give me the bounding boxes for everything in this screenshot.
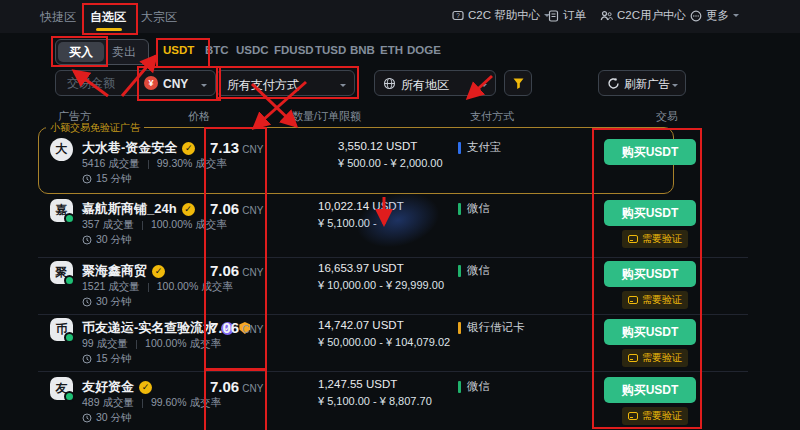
price: 7.06CNY	[210, 378, 263, 396]
buy-usdt-button[interactable]: 购买USDT	[604, 139, 696, 165]
available-quantity: 3,550.12 USDT	[338, 140, 417, 152]
col-header-price: 价格	[188, 109, 210, 124]
col-header-trade: 交易	[656, 109, 678, 124]
link-more[interactable]: 更多	[690, 8, 739, 23]
merchant-name[interactable]: 友好资金	[82, 378, 134, 396]
payment-method: 微信	[458, 201, 490, 216]
help-center-icon: ?	[452, 10, 464, 22]
orders-count: 1521 成交量	[82, 280, 140, 294]
tab-self-selection-zone[interactable]: 自选区	[90, 9, 126, 26]
avatar[interactable]: 大	[50, 138, 73, 161]
completion-rate: 100.00% 成交率	[151, 218, 227, 232]
coin-tab-usdt[interactable]: USDT	[163, 44, 194, 56]
orders-count: 357 成交量	[82, 218, 134, 232]
funnel-icon	[512, 77, 525, 90]
buy-usdt-button[interactable]: 购买USDT	[604, 200, 696, 226]
clock-icon	[82, 354, 92, 364]
amount-input[interactable]	[65, 75, 139, 91]
user-center-icon	[600, 10, 613, 22]
avatar[interactable]: 币	[50, 318, 73, 341]
clock-icon	[82, 174, 92, 184]
avatar[interactable]: 嘉	[50, 199, 73, 222]
chevron-down-icon	[340, 84, 346, 90]
buy-tab[interactable]: 买入	[58, 42, 104, 62]
available-quantity: 10,022.14 USDT	[318, 200, 404, 212]
completion-rate: 100.00% 成交率	[157, 280, 233, 294]
chevron-down-icon	[481, 84, 487, 90]
payment-method: 微信	[458, 263, 490, 278]
coin-tab-eth[interactable]: ETH	[380, 44, 403, 56]
verified-badge-icon	[152, 265, 165, 278]
promo-ad-tag: 小额交易免验证广告	[46, 121, 144, 135]
tab-block-zone[interactable]: 大宗区	[141, 9, 177, 26]
link-c2c-user-center[interactable]: C2C用户中心	[600, 8, 686, 23]
id-card-icon	[628, 296, 638, 304]
buy-usdt-button[interactable]: 购买USDT	[604, 377, 696, 403]
orders-count: 99 成交量	[82, 337, 128, 351]
buy-usdt-button[interactable]: 购买USDT	[604, 261, 696, 287]
globe-icon	[383, 77, 396, 90]
merchant-name[interactable]: 聚海鑫商贸	[82, 262, 147, 280]
coin-tab-usdc[interactable]: USDC	[236, 44, 269, 56]
chevron-down-icon	[672, 84, 678, 90]
avatar[interactable]: 友	[50, 377, 73, 400]
sell-tab[interactable]: 卖出	[112, 44, 136, 61]
coin-tab-bnb[interactable]: BNB	[350, 44, 375, 56]
link-c2c-help-center[interactable]: ? C2C 帮助中心	[452, 8, 550, 23]
completion-rate: 99.30% 成交率	[157, 157, 227, 171]
order-limit: ¥ 5,100.00 - ¥ 8,807.70	[318, 395, 432, 407]
merchant-name[interactable]: 大水巷-资金安全	[82, 139, 177, 157]
payment-color-bar	[458, 142, 461, 154]
avg-release-time: 15 分钟	[96, 172, 132, 186]
chevron-down-icon[interactable]	[201, 84, 207, 90]
region-filter[interactable]: 所有地区	[374, 70, 496, 96]
payment-method-filter[interactable]: 所有支付方式	[216, 70, 355, 96]
online-dot	[64, 275, 75, 286]
available-quantity: 1,247.55 USDT	[318, 378, 397, 390]
refresh-ads-button[interactable]: 刷新广告	[598, 70, 686, 96]
orders-count: 489 成交量	[82, 396, 134, 410]
coin-tab-doge[interactable]: DOGE	[407, 44, 441, 56]
buy-sell-toggle: 买入 卖出	[55, 39, 149, 65]
order-limit: ¥ 10,000.00 - ¥ 29,999.00	[318, 279, 444, 291]
verification-required-badge: 需要验证	[622, 230, 688, 248]
coin-tab-fdusd[interactable]: FDUSD	[274, 44, 314, 56]
active-tab-underline	[96, 28, 122, 31]
order-limit: ¥ 5,100.00 -	[318, 217, 377, 229]
price: 7.13CNY	[210, 139, 263, 157]
online-dot	[64, 213, 75, 224]
verified-badge-icon	[182, 203, 195, 216]
verification-required-badge: 需要验证	[622, 407, 688, 425]
payment-color-bar	[458, 265, 461, 277]
coin-tab-btc[interactable]: BTC	[205, 44, 229, 56]
fiat-selector[interactable]: CNY	[163, 77, 188, 91]
id-card-icon	[628, 412, 638, 420]
link-orders[interactable]: 订单	[548, 8, 586, 23]
order-limit: ¥ 500.00 - ¥ 2,000.00	[338, 157, 443, 169]
tab-express-zone[interactable]: 快捷区	[40, 9, 76, 26]
orders-icon	[548, 10, 559, 22]
binance-c2c-page: 快捷区 自选区 大宗区 ? C2C 帮助中心 订单 C2C用户中心 更多 买入 …	[0, 0, 800, 430]
verification-required-badge: 需要验证	[622, 349, 688, 367]
amount-fiat-control: ¥ CNY	[55, 70, 216, 96]
available-quantity: 14,742.07 USDT	[318, 319, 404, 331]
completion-rate: 99.60% 成交率	[151, 396, 221, 410]
row-divider	[38, 314, 748, 315]
buy-usdt-button[interactable]: 购买USDT	[604, 319, 696, 345]
chevron-down-icon	[733, 14, 739, 20]
avg-release-time: 15 分钟	[96, 352, 132, 366]
avg-release-time: 30 分钟	[96, 295, 132, 309]
completion-rate: 100.00% 成交率	[145, 337, 221, 351]
advanced-filter-button[interactable]	[504, 70, 532, 96]
merchant-name[interactable]: 币友递运-实名查验流水	[82, 319, 216, 337]
avatar[interactable]: 聚	[50, 261, 73, 284]
verification-required-badge: 需要验证	[622, 291, 688, 309]
avg-release-time: 30 分钟	[96, 411, 132, 425]
coin-tab-tusd[interactable]: TUSD	[315, 44, 346, 56]
merchant-name[interactable]: 嘉航斯商铺_24h	[82, 200, 177, 218]
payment-color-bar	[458, 381, 461, 393]
clock-icon	[82, 413, 92, 423]
online-dot	[64, 391, 75, 402]
price: 7.06CNY	[210, 262, 263, 280]
order-limit: ¥ 50,000.00 - ¥ 104,079.02	[318, 336, 450, 348]
